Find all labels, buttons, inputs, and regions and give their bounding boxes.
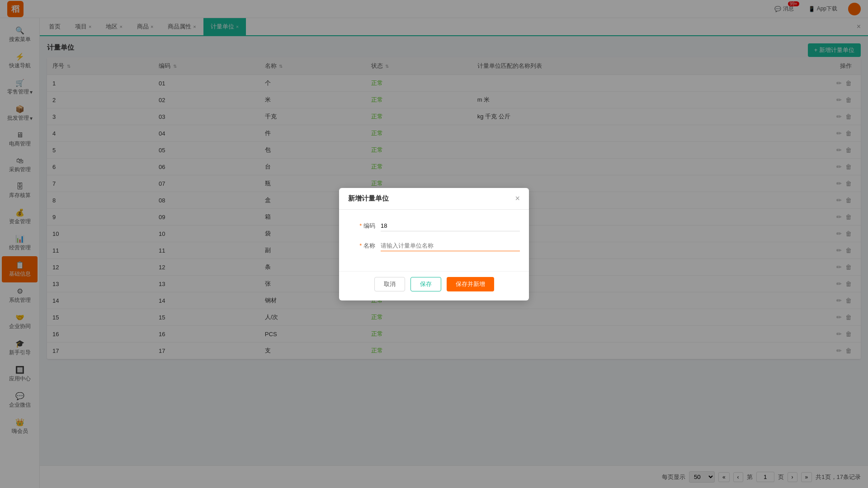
- modal-body: * 编码 * 名称: [339, 210, 529, 271]
- modal-close-btn[interactable]: ×: [515, 194, 520, 202]
- cancel-button[interactable]: 取消: [374, 277, 405, 291]
- form-row-name: * 名称: [348, 240, 520, 251]
- name-label: * 名称: [348, 242, 375, 250]
- modal-overlay: 新增计量单位 × * 编码 * 名称 取消 保存 保存并新增: [0, 0, 868, 488]
- save-button[interactable]: 保存: [410, 277, 441, 291]
- modal-title: 新增计量单位: [348, 194, 389, 203]
- name-input[interactable]: [381, 240, 520, 251]
- modal-header: 新增计量单位 ×: [339, 188, 529, 210]
- code-input[interactable]: [381, 221, 520, 231]
- add-unit-modal: 新增计量单位 × * 编码 * 名称 取消 保存 保存并新增: [339, 188, 529, 300]
- save-and-new-button[interactable]: 保存并新增: [447, 277, 494, 291]
- modal-footer: 取消 保存 保存并新增: [339, 271, 529, 300]
- form-row-code: * 编码: [348, 221, 520, 231]
- code-label: * 编码: [348, 222, 375, 230]
